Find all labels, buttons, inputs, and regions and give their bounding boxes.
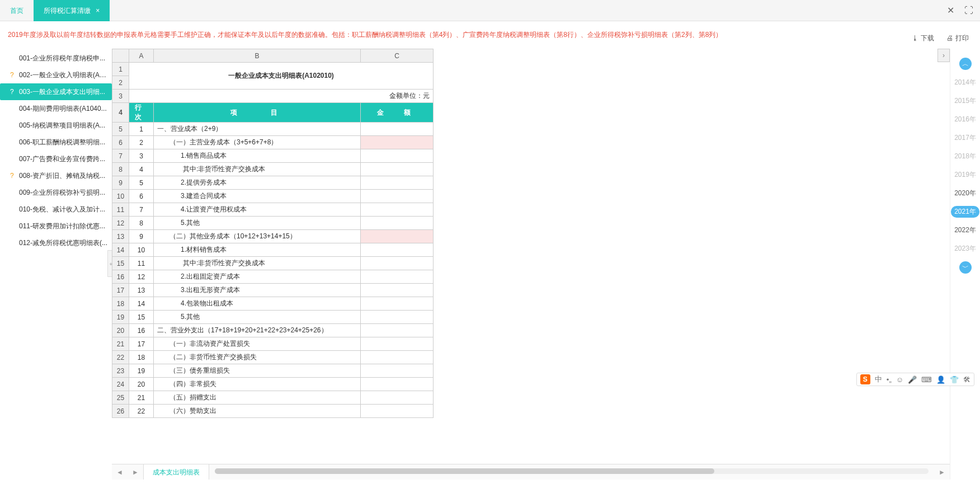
row-header[interactable]: 21	[112, 337, 129, 351]
expand-sheet-button[interactable]: ›	[937, 49, 950, 62]
item-cell[interactable]: 4.让渡资产使用权成本	[154, 203, 361, 217]
line-number[interactable]: 8	[129, 217, 154, 230]
row-header[interactable]: 4	[112, 103, 129, 123]
item-cell[interactable]: 其中:非货币性资产交换成本	[154, 163, 361, 176]
sheet-tab[interactable]: 成本支出明细表	[143, 464, 209, 480]
line-number[interactable]: 6	[129, 190, 154, 203]
amount-cell[interactable]	[361, 284, 434, 297]
year-item[interactable]: 2023年	[951, 243, 979, 255]
item-cell[interactable]: （二）其他业务成本（10+12+13+14+15）	[154, 230, 361, 243]
line-number[interactable]: 15	[129, 311, 154, 324]
item-cell[interactable]: （五）捐赠支出	[154, 391, 361, 405]
line-number[interactable]: 20	[129, 378, 154, 391]
sidebar-item-5[interactable]: 006-职工薪酬纳税调整明细...	[0, 134, 112, 151]
item-cell[interactable]: 二、营业外支出（17+18+19+20+21+22+23+24+25+26）	[154, 324, 361, 337]
line-number[interactable]: 17	[129, 337, 154, 351]
sidebar-item-7[interactable]: ?008-资产折旧、摊销及纳税...	[0, 167, 112, 184]
row-header[interactable]: 20	[112, 324, 129, 337]
amount-cell[interactable]	[361, 297, 434, 311]
sidebar-item-0[interactable]: 001-企业所得税年度纳税申...	[0, 50, 112, 67]
line-number[interactable]: 3	[129, 149, 154, 163]
sheet-nav-prev[interactable]: ◄	[112, 468, 128, 476]
row-header[interactable]: 2	[112, 76, 129, 90]
amount-cell[interactable]	[361, 149, 434, 163]
sidebar-item-11[interactable]: 012-减免所得税优惠明细表(...	[0, 234, 112, 251]
sheet-nav-next[interactable]: ►	[128, 468, 143, 476]
amount-cell[interactable]	[361, 405, 434, 418]
amount-cell[interactable]	[361, 351, 434, 364]
amount-cell[interactable]	[361, 176, 434, 190]
sheet-scroll[interactable]: A B C 1一般企业成本支出明细表(A102010) 2 3金额单位：元 4 …	[112, 49, 950, 464]
close-window-icon[interactable]: ✕	[947, 5, 954, 16]
tab-active[interactable]: 所得税汇算清缴 ×	[34, 0, 110, 21]
ime-user-icon[interactable]: 👤	[936, 375, 945, 384]
row-header[interactable]: 9	[112, 176, 129, 190]
line-number[interactable]: 18	[129, 351, 154, 364]
row-header[interactable]: 1	[112, 63, 129, 76]
row-header[interactable]: 12	[112, 217, 129, 230]
sidebar-item-6[interactable]: 007-广告费和业务宣传费跨...	[0, 151, 112, 167]
line-number[interactable]: 7	[129, 203, 154, 217]
sidebar-item-10[interactable]: 011-研发费用加计扣除优惠...	[0, 218, 112, 234]
row-header[interactable]: 6	[112, 136, 129, 149]
line-number[interactable]: 4	[129, 163, 154, 176]
row-header[interactable]: 18	[112, 297, 129, 311]
tab-home[interactable]: 首页	[0, 0, 34, 21]
amount-cell[interactable]	[361, 136, 434, 149]
sidebar-item-2[interactable]: ?003-一般企业成本支出明细...	[0, 83, 112, 100]
year-item[interactable]: 2021年	[951, 206, 979, 218]
amount-cell[interactable]	[361, 324, 434, 337]
ime-mic-icon[interactable]: 🎤	[908, 375, 917, 384]
ime-keyboard-icon[interactable]: ⌨	[921, 375, 932, 384]
ime-skin-icon[interactable]: 👕	[950, 375, 959, 384]
item-cell[interactable]: 3.出租无形资产成本	[154, 284, 361, 297]
year-item[interactable]: 2016年	[951, 114, 979, 125]
col-header-b[interactable]: B	[154, 49, 361, 63]
amount-cell[interactable]	[361, 217, 434, 230]
horizontal-scrollbar[interactable]	[215, 468, 929, 476]
amount-cell[interactable]	[361, 378, 434, 391]
item-cell[interactable]: 5.其他	[154, 217, 361, 230]
amount-cell[interactable]	[361, 123, 434, 136]
fullscreen-icon[interactable]: ⛶	[964, 6, 973, 16]
line-number[interactable]: 12	[129, 270, 154, 284]
row-header[interactable]: 23	[112, 364, 129, 378]
amount-cell[interactable]	[361, 203, 434, 217]
row-header[interactable]: 25	[112, 391, 129, 405]
item-cell[interactable]: 1.材料销售成本	[154, 243, 361, 257]
sidebar-item-4[interactable]: 005-纳税调整项目明细表(A...	[0, 117, 112, 134]
corner-cell[interactable]	[112, 49, 129, 63]
col-header-c[interactable]: C	[361, 49, 434, 63]
item-cell[interactable]: 1.销售商品成本	[154, 149, 361, 163]
line-number[interactable]: 14	[129, 297, 154, 311]
item-cell[interactable]: （二）非货币性资产交换损失	[154, 351, 361, 364]
ime-punct-icon[interactable]: •„	[887, 375, 892, 384]
row-header[interactable]: 11	[112, 203, 129, 217]
year-item[interactable]: 2019年	[951, 169, 979, 181]
row-header[interactable]: 3	[112, 90, 129, 103]
scrollbar-thumb[interactable]	[215, 468, 714, 474]
line-number[interactable]: 13	[129, 284, 154, 297]
line-number[interactable]: 9	[129, 230, 154, 243]
year-item[interactable]: 2017年	[951, 132, 979, 144]
year-up-button[interactable]: ︿	[959, 58, 972, 70]
line-number[interactable]: 16	[129, 324, 154, 337]
line-number[interactable]: 11	[129, 257, 154, 270]
row-header[interactable]: 5	[112, 123, 129, 136]
ime-emoji-icon[interactable]: ☺	[896, 375, 903, 384]
line-number[interactable]: 5	[129, 176, 154, 190]
ime-toolbar[interactable]: S 中 •„ ☺ 🎤 ⌨ 👤 👕 🛠	[856, 373, 974, 386]
row-header[interactable]: 10	[112, 190, 129, 203]
amount-cell[interactable]	[361, 337, 434, 351]
download-button[interactable]: ⭳下载	[912, 34, 934, 43]
line-number[interactable]: 10	[129, 243, 154, 257]
item-cell[interactable]: （三）债务重组损失	[154, 364, 361, 378]
row-header[interactable]: 19	[112, 311, 129, 324]
amount-cell[interactable]	[361, 391, 434, 405]
row-header[interactable]: 8	[112, 163, 129, 176]
sidebar-item-8[interactable]: 009-企业所得税弥补亏损明...	[0, 184, 112, 201]
amount-cell[interactable]	[361, 257, 434, 270]
row-header[interactable]: 22	[112, 351, 129, 364]
amount-cell[interactable]	[361, 270, 434, 284]
item-cell[interactable]: （一）非流动资产处置损失	[154, 337, 361, 351]
